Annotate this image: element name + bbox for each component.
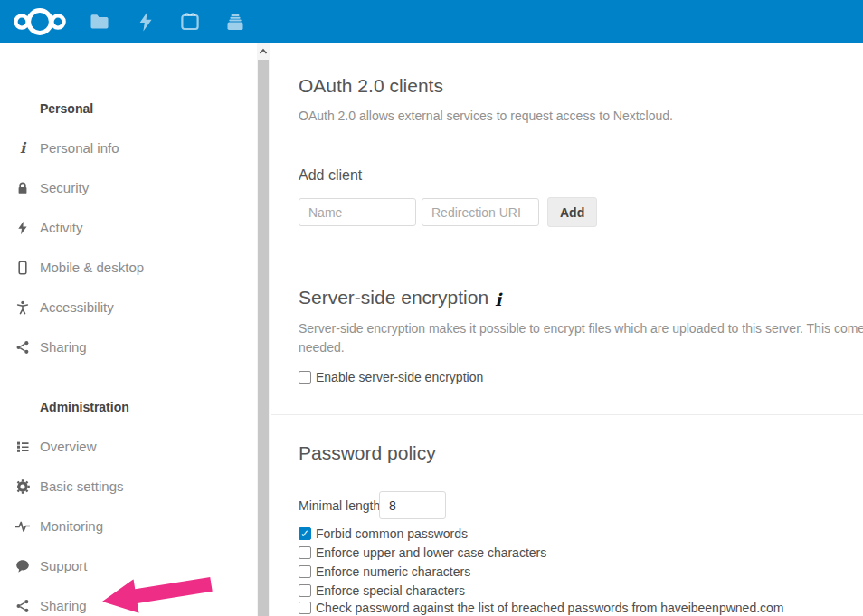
forbid-common-passwords-row[interactable]: ✓ Forbid common passwords <box>299 526 570 543</box>
nextcloud-logo-icon <box>11 5 69 38</box>
checkbox-label[interactable]: Check password against the list of breac… <box>316 601 784 616</box>
enable-encryption-checkbox-row[interactable]: Enable server-side encryption <box>299 370 534 386</box>
add-client-button[interactable]: Add <box>547 197 597 227</box>
calendar-app-button[interactable] <box>179 11 201 33</box>
sidebar-item-sharing-admin[interactable]: Sharing <box>0 586 256 616</box>
checkbox-unchecked[interactable] <box>299 371 311 384</box>
deck-app-button[interactable] <box>224 11 246 33</box>
checkbox-label[interactable]: Forbid common passwords <box>316 526 468 542</box>
checkmark-icon: ✓ <box>299 528 310 540</box>
phone-icon <box>15 261 30 275</box>
minimal-length-input[interactable] <box>379 491 446 519</box>
waveform-icon <box>15 519 30 534</box>
nextcloud-settings-page: Personal i Personal info Security Activi… <box>0 0 863 616</box>
settings-content: OAuth 2.0 clients OAuth 2.0 allows exter… <box>271 43 863 616</box>
lock-icon <box>15 181 30 195</box>
info-icon[interactable]: i <box>495 289 501 309</box>
lightning-icon <box>135 11 156 33</box>
sidebar-item-basic-settings[interactable]: Basic settings <box>0 467 256 507</box>
files-app-button[interactable] <box>89 11 110 33</box>
password-policy-title: Password policy <box>299 442 436 464</box>
checklist-icon <box>15 440 30 454</box>
sidebar-item-monitoring[interactable]: Monitoring <box>0 507 256 546</box>
encryption-description-line2: needed. <box>299 340 345 355</box>
speech-bubble-icon <box>15 559 30 573</box>
checkbox-label[interactable]: Enable server-side encryption <box>316 370 483 385</box>
sidebar-caption-personal: Personal <box>40 89 221 128</box>
sidebar-item-overview[interactable]: Overview <box>0 427 256 467</box>
redirection-uri-input[interactable] <box>422 198 539 226</box>
section-divider <box>271 414 863 415</box>
sidebar-item-support[interactable]: Support <box>0 546 256 586</box>
sidebar-item-sharing-personal[interactable]: Sharing <box>0 327 256 367</box>
enforce-case-row[interactable]: Enforce upper and lower case characters <box>299 545 606 562</box>
client-name-input[interactable] <box>299 198 416 226</box>
oauth-description: OAuth 2.0 allows external services to re… <box>299 109 673 123</box>
encryption-description-line1: Server-side encryption makes it possible… <box>299 321 863 336</box>
sidebar-item-mobile-desktop[interactable]: Mobile & desktop <box>0 248 256 288</box>
chevron-up-icon <box>257 45 270 58</box>
nextcloud-logo[interactable] <box>11 5 69 38</box>
checkbox-label[interactable]: Enforce upper and lower case characters <box>316 545 546 561</box>
scrollbar-up-arrow[interactable] <box>257 43 270 59</box>
settings-sidebar: Personal i Personal info Security Activi… <box>0 43 271 616</box>
checkbox-label[interactable]: Enforce special characters <box>316 583 465 599</box>
enforce-special-row[interactable]: Enforce special characters <box>299 583 570 600</box>
sidebar-item-security-personal[interactable]: Security <box>0 168 256 208</box>
enforce-numeric-row[interactable]: Enforce numeric characters <box>299 564 570 581</box>
stack-icon <box>224 11 246 33</box>
activity-app-button[interactable] <box>135 11 156 33</box>
share-icon <box>15 599 30 613</box>
checkbox-unchecked[interactable] <box>299 546 311 559</box>
checkbox-label[interactable]: Enforce numeric characters <box>316 564 470 580</box>
minimal-length-label: Minimal length <box>299 498 380 513</box>
checkbox-unchecked[interactable] <box>299 602 311 614</box>
sidebar-item-accessibility[interactable]: Accessibility <box>0 288 256 327</box>
sidebar-scrollbar[interactable] <box>257 43 270 616</box>
checkbox-unchecked[interactable] <box>299 584 311 597</box>
info-icon: i <box>15 141 30 156</box>
encryption-section-title: Server-side encryption <box>299 287 488 308</box>
share-icon <box>15 340 30 355</box>
add-client-heading: Add client <box>299 167 362 184</box>
scrollbar-thumb[interactable] <box>258 60 269 616</box>
lightning-icon <box>15 221 30 235</box>
haveibeenpwned-row[interactable]: Check password against the list of breac… <box>299 601 805 616</box>
sidebar-caption-administration: Administration <box>40 387 221 427</box>
folder-icon <box>89 11 110 33</box>
gear-icon <box>15 479 30 494</box>
calendar-icon <box>179 11 201 33</box>
sidebar-item-activity[interactable]: Activity <box>0 208 256 248</box>
accessibility-icon <box>15 300 30 315</box>
oauth-section-title: OAuth 2.0 clients <box>299 75 443 97</box>
checkbox-unchecked[interactable] <box>299 565 311 578</box>
checkbox-checked[interactable]: ✓ <box>299 527 311 540</box>
top-navigation-bar <box>0 0 863 43</box>
section-divider <box>271 261 863 261</box>
sidebar-item-personal-info[interactable]: i Personal info <box>0 128 256 168</box>
